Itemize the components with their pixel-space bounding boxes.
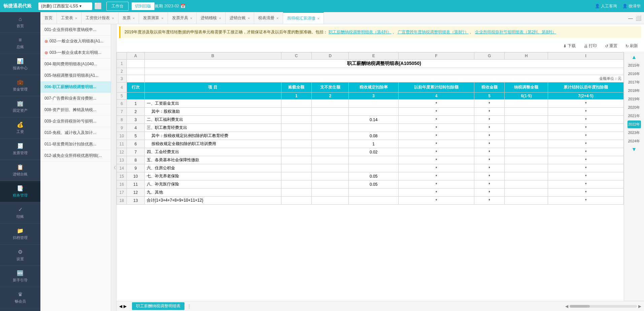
sidebar-item-guide[interactable]: 🆕 新手引导 [0,266,40,287]
sidebar-item-archive[interactable]: 📁 归档管理 [0,223,40,245]
tab-maximize-icon[interactable]: ⬜ [636,15,641,21]
scroll-left-icon[interactable]: ◀ [565,304,568,309]
c11-1[interactable] [281,140,312,148]
c15-1[interactable] [281,172,312,180]
c6-2[interactable] [312,100,349,108]
c15-3[interactable]: 0.05 [349,172,399,180]
c10-1[interactable] [281,132,312,140]
c14-2[interactable] [312,164,349,172]
c6-6[interactable] [505,100,548,108]
year-2016[interactable]: 2016年 [628,70,641,78]
sidebar-item-asset-mgmt[interactable]: 💼 资金管理 [0,75,40,96]
c16-1[interactable] [281,180,312,188]
c7-1[interactable] [281,108,312,116]
year-2015[interactable]: 2015年 [628,62,641,69]
bottom-prev-icon[interactable]: ◀ [119,304,122,309]
c14-6[interactable] [505,164,548,172]
c16-2[interactable] [312,180,349,188]
year-2020[interactable]: 2020年 [628,104,641,111]
tab-minimize-icon[interactable]: — [628,15,633,21]
sub-sidebar-item-006[interactable]: 006-职工薪酬纳税调整明细... [40,81,111,93]
tab-income-tax-close[interactable]: × [317,16,319,21]
c16-3[interactable]: 0.05 [349,180,399,188]
tab-invoice-open[interactable]: 发票开具 × [168,12,197,24]
c13-1[interactable] [281,156,312,164]
notice-link-3[interactable]: 企业所得税弥补亏损明细表（第2列、第8列） [475,30,556,34]
sidebar-item-invoice-mgmt[interactable]: 🧾 发票管理 [0,139,40,160]
c11-2[interactable] [312,140,349,148]
company-selector[interactable]: (勿删) 江西股宝-LSS ▾ [38,2,92,10]
c10-3[interactable]: 0.08 [349,132,399,140]
c9-3[interactable] [349,124,399,132]
scroll-track[interactable] [570,305,637,308]
notice-link-2[interactable]: 广宣费跨年度纳税调整明细表（第8行） [398,30,469,34]
c17-1[interactable] [281,188,312,197]
sidebar-item-tax[interactable]: 📑 税务管理 [0,181,40,202]
sidebar-item-ledger[interactable]: ≡ 总账 [0,33,40,54]
tab-home[interactable]: 首页 [40,12,57,24]
sidebar-item-settle[interactable]: ✓ 结账 [0,202,40,223]
cancel-fixed-button[interactable]: ◀◀ 取消固定 [0,308,40,311]
sub-sidebar-item-007[interactable]: 007-广告费和业务宣传费附... [40,93,111,104]
sub-sidebar-item-010[interactable]: 010-免税、减计收入及加计... [40,127,111,139]
c16-6[interactable] [505,180,548,188]
year-2023[interactable]: 2023年 [628,129,641,137]
refresh-button[interactable]: ↻ 刷新 [623,42,640,50]
c9-2[interactable] [312,124,349,132]
tab-payroll-close[interactable]: × [75,16,77,20]
c8-3[interactable]: 0.14 [349,116,399,124]
company-copy-icon[interactable]: ⬜ [94,2,102,10]
sidebar-item-payroll[interactable]: 💰 工资 [0,117,40,139]
tab-payroll-report[interactable]: 工资统计报表 × [81,12,118,24]
c18-6[interactable] [505,197,548,205]
sidebar-item-fixed-asset[interactable]: 🏢 固定资产 [0,96,40,117]
c9-1[interactable] [281,124,312,132]
c11-3[interactable]: 1 [349,140,399,148]
sub-sidebar-item-011[interactable]: 011-研发费用加计扣除优惠... [40,139,111,150]
notice-link-1[interactable]: 职工薪酬纳税调整明细表（第4列） [329,30,392,34]
c8-2[interactable] [312,116,349,124]
sub-sidebar-item-002[interactable]: ⊗ 002-一般企业收入明细表(A1... [40,36,111,47]
c7-3[interactable] [349,108,399,116]
c12-1[interactable] [281,148,312,156]
c9-6[interactable] [505,124,548,132]
year-2019[interactable]: 2019年 [628,95,641,103]
c10-6[interactable] [505,132,548,140]
bottom-bar-dots[interactable]: ⋮ [187,304,191,309]
year-2022[interactable]: 2022年 [628,120,641,128]
tab-inout-check[interactable]: 进销稽核 × [197,12,225,24]
tab-inout-check-close[interactable]: × [219,16,221,20]
c14-3[interactable] [349,164,399,172]
sub-sidebar-item-005[interactable]: 005-纳税调整项目明细表(A1... [40,70,111,81]
c12-6[interactable] [505,148,548,156]
c12-2[interactable] [312,148,349,156]
c17-2[interactable] [312,188,349,197]
c15-6[interactable] [505,172,548,180]
tab-payroll[interactable]: 工资表 × [57,12,81,24]
sub-sidebar-item-008[interactable]: 008-资产折旧、摊销及纳税... [40,104,111,116]
download-button[interactable]: ⬇ 下载 [561,42,578,50]
c13-2[interactable] [312,156,349,164]
sidebar-item-home[interactable]: ⌂ 首页 [0,12,40,33]
year-nav-up[interactable]: ▲ [631,54,638,61]
sidebar-item-vip[interactable]: ♛ 畅会员 [0,287,40,308]
bottom-tab-payroll[interactable]: 职工薪酬纳税调整明细表 [132,302,184,310]
year-2018[interactable]: 2018年 [628,87,641,95]
c7-6[interactable] [505,108,548,116]
period-calendar-icon[interactable]: 📅 [180,4,185,8]
sidebar-item-settings[interactable]: ⚙ 设置 [0,245,40,266]
c6-3[interactable] [349,100,399,108]
tab-invoice-close[interactable]: × [133,16,135,20]
c18-3[interactable] [349,197,399,205]
tab-income-tax[interactable]: 所得税汇算清缴 × [283,12,324,24]
c11-6[interactable] [505,140,548,148]
tab-inout-ledger[interactable]: 进销台账 × [226,12,254,24]
tab-tax-clear-close[interactable]: × [276,16,278,20]
c10-2[interactable] [312,132,349,140]
tab-payroll-report-close[interactable]: × [112,16,114,20]
sidebar-item-inout[interactable]: 📋 进销台账 [0,160,40,181]
c13-3[interactable] [349,156,399,164]
tab-invoice-calc[interactable]: 发票测算 × [139,12,168,24]
tab-invoice-open-close[interactable]: × [190,16,192,20]
tab-invoice[interactable]: 发票 × [118,12,139,24]
